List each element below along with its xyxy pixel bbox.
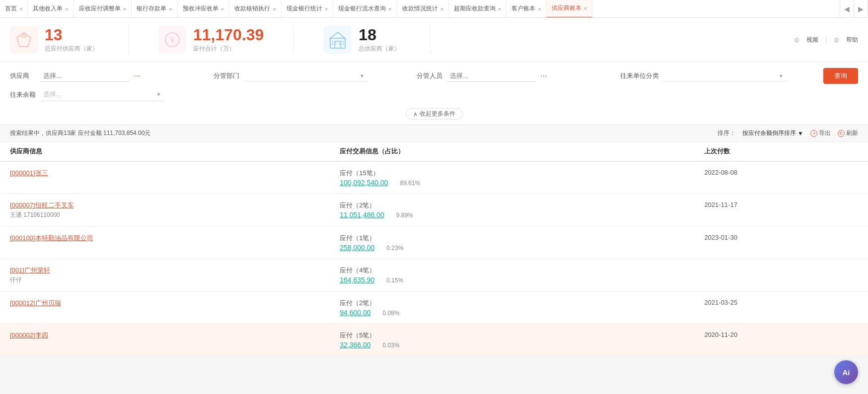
nav-tab-supplier-ledger[interactable]: 供应商账本×: [547, 0, 592, 18]
nav-tab-label: 预收冲应收单: [183, 4, 218, 13]
export-button[interactable]: ↗ 导出: [810, 129, 831, 137]
balance-filter-label: 往来余额: [10, 90, 37, 99]
filter-unit-type: 往来单位分类 ▼: [620, 71, 819, 81]
nav-tab-cash-bank-flow[interactable]: 现金银行流水查询×: [333, 0, 397, 18]
nav-arrows: ◀ ▶: [840, 0, 868, 18]
payable-amount[interactable]: 164,635.90: [340, 276, 374, 284]
nav-tab-close-supplier-ledger[interactable]: ×: [584, 5, 587, 11]
nav-tab-close-ar-ap-adjust[interactable]: ×: [123, 6, 126, 12]
payable-info-cell: 应付（2笔） 94,600.00 0.08%: [330, 292, 694, 324]
payable-amount[interactable]: 94,600.00: [340, 309, 370, 317]
person-filter-input[interactable]: [447, 70, 536, 82]
payable-info-cell: 应付（1笔） 258,000.00 0.23%: [330, 227, 694, 259]
last-pay-date: 2020-11-20: [704, 331, 737, 338]
supplier-link[interactable]: [000012]广州贝瑞: [10, 299, 320, 308]
video-link[interactable]: 视频: [806, 36, 818, 44]
svg-rect-7: [340, 41, 343, 45]
unit-type-filter-label: 往来单位分类: [620, 71, 660, 80]
stat-text-payable: 11,170.39 应付合计（万）: [193, 27, 264, 53]
nav-tab-close-customer-ledger[interactable]: ×: [538, 6, 541, 12]
nav-tab-label: 收款核销执行: [234, 4, 270, 13]
nav-tab-prepay-ar[interactable]: 预收冲应收单×: [178, 0, 229, 18]
payable-amount[interactable]: 100,092,540.00: [340, 179, 388, 187]
nav-tab-cash-bank-stat[interactable]: 现金银行统计×: [282, 0, 333, 18]
balance-filter-select[interactable]: 选择... ▼: [40, 88, 164, 101]
person-dots-icon[interactable]: ···: [540, 71, 547, 80]
supplier-filter-input[interactable]: [40, 70, 130, 82]
divider: |: [825, 36, 827, 43]
payable-amount[interactable]: 258,000.00: [340, 244, 374, 252]
table-row: [001]广州荣轩 仔仔 应付（4笔） 164,635.90 0.15%: [0, 259, 868, 292]
stats-bar: 13 总应付供应商（家） ¥ 11,170.39 应付合计（万） 18 总供应商…: [0, 18, 868, 62]
payable-amount[interactable]: 32,366.00: [340, 341, 370, 349]
payable-pct: 9.89%: [396, 212, 413, 219]
th-last-pay: 上次付数: [694, 142, 868, 161]
nav-tab-close-home[interactable]: ×: [19, 6, 22, 12]
filter-area: 供应商 ··· 分管部门 ▼ 分管人员 ··· 往来单位分类 ▼ 查询 往来: [0, 62, 868, 125]
nav-next-arrow[interactable]: ▶: [854, 0, 868, 18]
nav-tab-close-bank-deposit[interactable]: ×: [169, 6, 172, 12]
nav-tab-close-receipt-stat[interactable]: ×: [440, 6, 443, 12]
stat-text-total-suppliers: 18 总供应商（家）: [359, 27, 400, 53]
nav-prev-arrow[interactable]: ◀: [840, 0, 854, 18]
nav-tab-close-overdue-ar[interactable]: ×: [498, 6, 501, 12]
refresh-button[interactable]: ↻ 刷新: [838, 129, 858, 137]
nav-tab-overdue-ar[interactable]: 超期应收款查询×: [449, 0, 506, 18]
circle-video-icon: ⊙: [794, 36, 799, 44]
table-row: [000100]本特勤油品有限公司 应付（1笔） 258,000.00 0.23…: [0, 227, 868, 259]
collapse-button[interactable]: ∧ 收起更多条件: [406, 108, 463, 120]
supplier-link[interactable]: [001]广州荣轩: [10, 266, 320, 275]
stat-total-suppliers: 18 总供应商（家）: [324, 26, 431, 54]
results-bar: 搜索结果中，供应商13家 应付金额 111,703,854.00元 排序： 按应…: [0, 125, 868, 142]
collapse-up-icon: ∧: [413, 111, 418, 118]
filter-row-1: 供应商 ··· 分管部门 ▼ 分管人员 ··· 往来单位分类 ▼ 查询: [10, 68, 858, 84]
last-pay-cell: [694, 259, 868, 292]
th-payable-info: 应付交易信息（占比）: [330, 142, 694, 161]
export-icon: ↗: [810, 130, 817, 137]
nav-tab-close-prepay-ar[interactable]: ×: [221, 6, 224, 12]
nav-tab-close-cash-bank-stat[interactable]: ×: [325, 6, 328, 12]
supplier-info-cell: [000001]张三: [0, 161, 330, 194]
nav-tab-ar-ap-adjust[interactable]: 应收应付调整单×: [74, 0, 132, 18]
stat-payable-total: ¥ 11,170.39 应付合计（万）: [158, 26, 294, 54]
supplier-link[interactable]: [000002]李四: [10, 331, 320, 340]
nav-tab-home[interactable]: 首页×: [0, 0, 28, 18]
payable-amount[interactable]: 11,051,486.00: [340, 211, 384, 219]
stats-right-actions: ⊙ 视频 | ⊙ 帮助: [794, 36, 858, 44]
nav-tab-close-other-income[interactable]: ×: [65, 6, 68, 12]
nav-tab-receipt-exec[interactable]: 收款核销执行×: [229, 0, 281, 18]
nav-tab-label: 收款情况统计: [402, 4, 438, 13]
nav-tab-bank-deposit[interactable]: 银行存款单×: [132, 0, 177, 18]
payable-label: 应付（5笔）: [340, 331, 375, 339]
supplier-info-cell: [000100]本特勤油品有限公司: [0, 227, 330, 259]
supplier-link[interactable]: [000001]张三: [10, 169, 320, 178]
supplier-link[interactable]: [000100]本特勤油品有限公司: [10, 234, 320, 243]
nav-tab-other-income[interactable]: 其他收入单×: [28, 0, 73, 18]
supplier-link[interactable]: [000007]恒旺二手叉车: [10, 201, 320, 210]
table-row: [000012]广州贝瑞 应付（2笔） 94,600.00 0.08% 2021…: [0, 292, 868, 324]
total-suppliers-label: 总供应商（家）: [359, 45, 400, 53]
nav-tab-close-cash-bank-flow[interactable]: ×: [388, 6, 391, 12]
nav-tab-label: 其他收入单: [33, 4, 63, 13]
query-button[interactable]: 查询: [823, 68, 858, 84]
sort-value[interactable]: 按应付余额倒序排序 ▼: [742, 129, 803, 137]
supplier-dots-icon[interactable]: ···: [134, 71, 140, 80]
supplier-info-cell: [000012]广州贝瑞: [0, 292, 330, 324]
table-row: [000007]恒旺二手叉车 王通 17106110000 应付（2笔） 11,…: [0, 194, 868, 227]
filter-person: 分管人员 ···: [417, 70, 615, 82]
payable-pct: 0.15%: [386, 277, 403, 284]
nav-tab-receipt-stat[interactable]: 收款情况统计×: [397, 0, 449, 18]
nav-tab-customer-ledger[interactable]: 客户账本×: [506, 0, 546, 18]
last-pay-date: 2021-11-17: [704, 201, 737, 208]
help-link[interactable]: 帮助: [846, 36, 858, 44]
nav-tab-close-receipt-exec[interactable]: ×: [273, 6, 276, 12]
payable-info-cell: 应付（5笔） 32,366.00 0.03%: [330, 324, 694, 356]
unit-type-filter-select[interactable]: ▼: [663, 71, 787, 81]
nav-tab-label: 超期应收款查询: [454, 4, 496, 13]
nav-tab-label: 银行存款单: [137, 4, 166, 13]
total-payable-suppliers-value: 13: [45, 27, 98, 43]
supplier-sub-info: 王通 17106110000: [10, 211, 320, 219]
dept-filter-select[interactable]: ▼: [244, 71, 368, 81]
stat-payable-suppliers: 13 总应付供应商（家）: [10, 26, 129, 54]
payable-label: 应付（2笔）: [340, 299, 375, 307]
